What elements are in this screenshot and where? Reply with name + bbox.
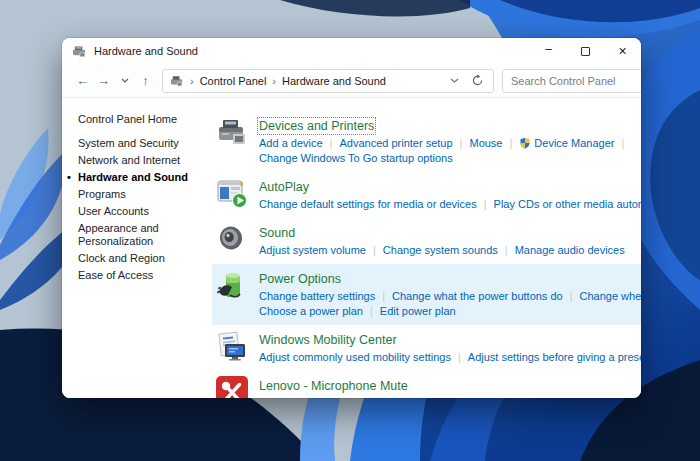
sidebar-item-programs[interactable]: Programs <box>78 188 208 201</box>
printer-icon <box>216 116 248 148</box>
mobility-center-icon <box>216 330 248 362</box>
titlebar: Hardware and Sound – × <box>62 38 641 64</box>
refresh-icon[interactable] <box>471 74 484 87</box>
breadcrumb-hardware-and-sound[interactable]: Hardware and Sound <box>282 75 386 87</box>
link-mouse[interactable]: Mouse <box>469 137 519 149</box>
microphone-mute-icon <box>216 376 248 398</box>
task-links-row: Microphone Mute Settings <box>259 396 408 398</box>
link-advanced-printer-setup[interactable]: Advanced printer setup <box>339 137 469 149</box>
breadcrumb-separator <box>190 75 194 87</box>
main-content: Devices and Printers Add a deviceAdvance… <box>212 98 641 398</box>
navigation-bar: ← → ↑ Control Panel Hardware and Sound <box>62 64 641 98</box>
maximize-icon <box>581 47 590 56</box>
address-dropdown-icon[interactable] <box>450 78 459 83</box>
link-adjust-mobility-settings[interactable]: Adjust commonly used mobility settings <box>259 351 468 363</box>
hardware-and-sound-icon <box>72 45 87 58</box>
forward-icon: → <box>97 73 110 88</box>
sidebar: Control Panel Home System and Security N… <box>62 98 212 398</box>
link-change-computer-sleeps[interactable]: Change when the computer sleeps <box>580 290 641 302</box>
breadcrumb-control-panel[interactable]: Control Panel <box>200 75 267 87</box>
sidebar-item-hardware-and-sound[interactable]: Hardware and Sound <box>78 171 208 184</box>
section-power-options: Power Options Change battery settingsCha… <box>212 264 641 325</box>
recent-pages-button[interactable] <box>114 70 135 92</box>
up-icon: ↑ <box>142 73 149 88</box>
link-adjust-system-volume[interactable]: Adjust system volume <box>259 244 383 256</box>
link-microphone-mute-settings[interactable]: Microphone Mute Settings <box>259 397 387 398</box>
sidebar-item-ease-of-access[interactable]: Ease of Access <box>78 269 208 282</box>
sidebar-item-user-accounts[interactable]: User Accounts <box>78 205 208 218</box>
section-title-lenovo-microphone-mute[interactable]: Lenovo - Microphone Mute <box>259 379 408 393</box>
section-title-windows-mobility-center[interactable]: Windows Mobility Center <box>259 333 397 347</box>
section-title-devices-and-printers[interactable]: Devices and Printers <box>259 119 374 133</box>
link-change-system-sounds[interactable]: Change system sounds <box>383 244 515 256</box>
breadcrumb-separator <box>272 75 276 87</box>
desktop: Hardware and Sound – × ← → ↑ <box>0 0 700 461</box>
autoplay-icon <box>216 177 248 209</box>
link-manage-audio-devices[interactable]: Manage audio devices <box>515 244 625 256</box>
section-windows-mobility-center: Windows Mobility Center Adjust commonly … <box>212 325 641 371</box>
task-links-row: Change default settings for media or dev… <box>259 197 641 212</box>
section-autoplay: AutoPlay Change default settings for med… <box>212 172 641 218</box>
up-button[interactable]: ↑ <box>135 70 156 92</box>
search-input[interactable] <box>511 75 641 87</box>
link-change-default-settings-for-media[interactable]: Change default settings for media or dev… <box>259 198 494 210</box>
window-title: Hardware and Sound <box>94 45 198 57</box>
close-button[interactable]: × <box>604 38 641 64</box>
link-play-cds-automatically[interactable]: Play CDs or other media automatically <box>494 198 641 210</box>
sidebar-item-control-panel-home[interactable]: Control Panel Home <box>78 113 208 126</box>
task-links-row: Add a deviceAdvanced printer setupMouseD… <box>259 136 631 151</box>
link-edit-power-plan[interactable]: Edit power plan <box>380 305 456 317</box>
breadcrumb-location-icon <box>170 75 184 87</box>
search-box <box>502 69 641 93</box>
sidebar-item-system-and-security[interactable]: System and Security <box>78 137 208 150</box>
control-panel-window: Hardware and Sound – × ← → ↑ <box>62 38 641 398</box>
chevron-down-icon <box>121 78 129 83</box>
link-add-a-device[interactable]: Add a device <box>259 137 339 149</box>
speaker-icon <box>216 223 248 255</box>
section-sound: Sound Adjust system volumeChange system … <box>212 218 641 264</box>
back-icon: ← <box>76 73 89 88</box>
minimize-button[interactable]: – <box>530 38 567 64</box>
address-bar[interactable]: Control Panel Hardware and Sound <box>162 69 494 93</box>
maximize-button[interactable] <box>567 38 604 64</box>
sidebar-item-appearance-and-personalization[interactable]: Appearance and Personalization <box>78 222 208 248</box>
sidebar-item-clock-and-region[interactable]: Clock and Region <box>78 252 208 265</box>
link-adjust-presentation-settings[interactable]: Adjust settings before giving a presenta… <box>468 351 641 363</box>
window-controls: – × <box>530 38 641 64</box>
task-links-row: Change Windows To Go startup options <box>259 151 631 166</box>
task-links-row: Choose a power planEdit power plan <box>259 304 641 319</box>
battery-plug-icon <box>216 269 248 301</box>
section-title-power-options[interactable]: Power Options <box>259 272 341 286</box>
task-links-row: Adjust system volumeChange system sounds… <box>259 243 625 258</box>
task-links-row: Change battery settingsChange what the p… <box>259 289 641 304</box>
link-change-windows-to-go-startup-options[interactable]: Change Windows To Go startup options <box>259 152 453 164</box>
link-choose-power-plan[interactable]: Choose a power plan <box>259 305 380 317</box>
link-change-battery-settings[interactable]: Change battery settings <box>259 290 392 302</box>
section-title-autoplay[interactable]: AutoPlay <box>259 180 309 194</box>
section-title-sound[interactable]: Sound <box>259 226 295 240</box>
forward-button[interactable]: → <box>93 70 114 92</box>
back-button[interactable]: ← <box>72 70 93 92</box>
section-devices-and-printers: Devices and Printers Add a deviceAdvance… <box>212 111 641 172</box>
sidebar-item-network-and-internet[interactable]: Network and Internet <box>78 154 208 167</box>
task-links-row: Adjust commonly used mobility settingsAd… <box>259 350 641 365</box>
link-device-manager[interactable]: Device Manager <box>519 137 631 149</box>
link-change-power-buttons[interactable]: Change what the power buttons do <box>392 290 579 302</box>
section-lenovo-microphone-mute: Lenovo - Microphone Mute Microphone Mute… <box>212 371 641 398</box>
window-body: Control Panel Home System and Security N… <box>62 98 641 398</box>
uac-shield-icon <box>519 137 531 149</box>
